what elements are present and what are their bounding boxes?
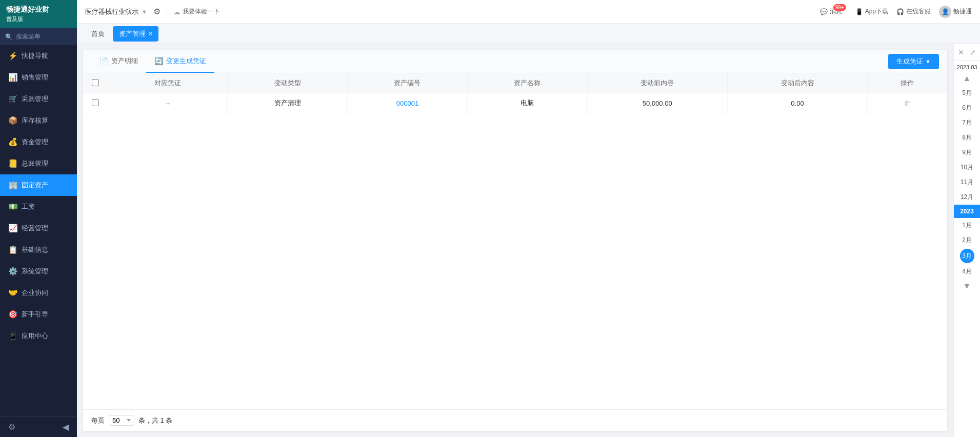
sidebar-item-purchase[interactable]: 🛒采购管理 [0,88,77,110]
topbar-settings-icon[interactable]: ⚙ [153,7,161,16]
online-service-button[interactable]: 🎧 在线客服 [896,7,931,16]
tab-bar: 首页 资产管理 × [77,24,980,44]
month-item[interactable]: 11月 [954,175,980,190]
username: 畅捷通 [953,7,972,16]
asset-detail-label: 资产明细 [111,56,138,66]
table-row: -- 资产清理 000001 电脑 50,000.00 0.00 🗑 [83,93,947,113]
sidebar: 畅捷通好业财 普及版 🔍 搜索菜单 ⚡快捷导航📊销售管理🛒采购管理📦库存核算💰资… [0,0,77,437]
row-select-0[interactable] [92,99,99,106]
tab-home[interactable]: 首页 [85,26,111,42]
sidebar-item-fixed-assets[interactable]: 🏢固定资产 [0,174,77,196]
col-checkbox [83,73,108,93]
search-icon: 🔍 [5,33,13,41]
change-voucher-label: 变更生成凭证 [166,56,206,66]
tab-change-voucher[interactable]: 🔄 变更生成凭证 [146,50,214,73]
panel-close-icon[interactable]: ✕ [958,48,964,56]
message-icon: 💬 [820,8,828,15]
message-badge: 99+ [833,4,846,11]
nav-label-inventory: 库存核算 [22,116,48,125]
month-item[interactable]: 2月 [954,233,980,248]
search-label: 搜索菜单 [16,32,41,41]
tab-asset-detail[interactable]: 📄 资产明细 [91,50,146,73]
content-area: 📄 资产明细 🔄 变更生成凭证 生成凭证 ▼ [83,50,947,431]
month-item[interactable]: 12月 [954,190,980,205]
nav-label-quick-nav: 快捷导航 [22,51,48,61]
sidebar-item-funds[interactable]: 💰资金管理 [0,131,77,153]
inner-tabs-right: 生成凭证 ▼ [888,54,939,69]
logo-sub: 普及版 [6,15,23,23]
row-before-0: 50,000.00 [587,93,727,113]
nav-label-system: 系统管理 [22,267,48,276]
app-download-button[interactable]: 📱 App下载 [855,7,888,16]
right-panel-header: ✕ ⤢ [954,44,980,61]
sidebar-item-basic-info[interactable]: 📋基础信息 [0,239,77,261]
month-item[interactable]: 9月 [954,145,980,160]
select-all-checkbox[interactable] [92,79,99,86]
sidebar-item-quick-nav[interactable]: ⚡快捷导航 [0,45,77,67]
change-voucher-icon: 🔄 [154,57,163,65]
row-change-type-0: 资产清理 [228,93,348,113]
row-asset-no-0: 000001 [348,93,468,113]
sidebar-item-guide[interactable]: 🎯新手引导 [0,304,77,325]
sidebar-item-system[interactable]: ⚙️系统管理 [0,261,77,282]
table-header-row: 对应凭证 变动类型 资产编号 资产名称 变动前内容 变动后内容 操作 [83,73,947,93]
nav-label-funds: 资金管理 [22,137,48,147]
month-item[interactable]: 4月 [954,264,980,279]
month-item[interactable]: 7月 [954,115,980,130]
tab-asset-management[interactable]: 资产管理 × [113,26,158,42]
down-arrow[interactable]: ▼ [960,279,974,293]
tab-label: 资产管理 [119,29,146,38]
sidebar-item-ledger[interactable]: 📒总账管理 [0,153,77,174]
dropdown-icon: ▼ [142,9,147,15]
sidebar-item-salary[interactable]: 💵工资 [0,196,77,217]
month-item[interactable]: 3月 [960,249,974,263]
tab-close-icon[interactable]: × [149,30,152,37]
sidebar-item-app-center[interactable]: 📱应用中心 [0,325,77,347]
col-asset-name: 资产名称 [467,73,587,93]
year-2023[interactable]: 2023 [954,205,980,218]
inner-tabs: 📄 资产明细 🔄 变更生成凭证 生成凭证 ▼ [83,50,947,73]
nav-label-enterprise: 企业协同 [22,288,48,297]
month-list: 5月6月7月8月9月10月11月12月20231月2月3月4月 [954,86,980,279]
sidebar-item-enterprise[interactable]: 🤝企业协同 [0,282,77,304]
generate-voucher-button[interactable]: 生成凭证 ▼ [888,54,939,69]
up-arrow[interactable]: ▲ [960,71,974,86]
topbar-divider [167,7,167,17]
delete-icon-0[interactable]: 🗑 [904,99,911,107]
month-item[interactable]: 10月 [954,160,980,175]
topbar-right: 💬 消息 99+ 📱 App下载 🎧 在线客服 👤 畅捷通 [820,6,972,18]
messages-button[interactable]: 💬 消息 99+ [820,7,842,16]
user-area[interactable]: 👤 畅捷通 [939,6,972,18]
per-page-select[interactable]: 50 10 20 100 [109,415,134,426]
service-label: 在线客服 [906,7,931,16]
experience-button[interactable]: ☁ 我要体验一下 [173,7,219,16]
user-avatar: 👤 [939,6,951,18]
nav-icon-inventory: 📦 [8,116,17,125]
nav-icon-purchase: 🛒 [8,94,17,104]
sidebar-item-operations[interactable]: 📈经营管理 [0,217,77,239]
sidebar-search[interactable]: 🔍 搜索菜单 [0,28,77,45]
nav-icon-funds: 💰 [8,137,17,147]
nav-icon-guide: 🎯 [8,310,17,319]
row-asset-name-0: 电脑 [467,93,587,113]
col-action: 操作 [868,73,947,93]
collapse-icon[interactable]: ◀ [63,422,69,432]
nav-icon-quick-nav: ⚡ [8,51,17,61]
month-item[interactable]: 8月 [954,130,980,145]
month-item[interactable]: 6月 [954,101,980,115]
nav-label-purchase: 采购管理 [22,94,48,104]
sidebar-item-inventory[interactable]: 📦库存核算 [0,110,77,131]
nav-icon-fixed-assets: 🏢 [8,181,17,190]
sidebar-item-sales[interactable]: 📊销售管理 [0,67,77,88]
month-item[interactable]: 1月 [954,218,980,233]
nav-icon-ledger: 📒 [8,159,17,168]
btn-dropdown-icon: ▼ [925,58,931,65]
sidebar-nav: ⚡快捷导航📊销售管理🛒采购管理📦库存核算💰资金管理📒总账管理🏢固定资产💵工资📈经… [0,45,77,416]
service-icon: 🎧 [896,8,904,15]
month-item[interactable]: 5月 [954,86,980,101]
company-selector[interactable]: 医疗器械行业演示 ▼ [85,7,147,16]
nav-label-sales: 销售管理 [22,73,48,82]
settings-icon[interactable]: ⚙ [8,422,15,432]
panel-expand-icon[interactable]: ⤢ [970,48,976,56]
app-icon: 📱 [855,8,863,15]
